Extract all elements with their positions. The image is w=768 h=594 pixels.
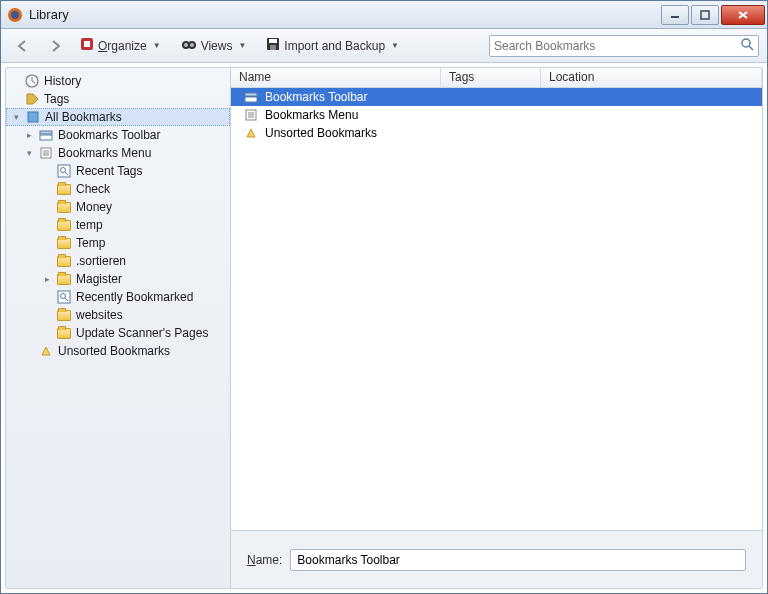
clock-icon	[24, 73, 40, 89]
views-label: Views	[201, 39, 233, 53]
tag-icon	[24, 91, 40, 107]
tree-item-unsorted[interactable]: Unsorted Bookmarks	[6, 342, 230, 360]
tree-label: All Bookmarks	[45, 110, 122, 124]
toolbar-icon	[38, 127, 54, 143]
window-title: Library	[29, 7, 659, 22]
titlebar[interactable]: Library	[1, 1, 767, 29]
svg-rect-20	[28, 112, 38, 122]
svg-rect-13	[269, 39, 277, 43]
tree-item-tags[interactable]: Tags	[6, 90, 230, 108]
tree-label: Check	[76, 182, 110, 196]
folder-icon	[56, 325, 72, 341]
folder-icon	[56, 217, 72, 233]
svg-line-19	[32, 81, 35, 83]
svg-point-15	[742, 39, 750, 47]
minimize-button[interactable]	[661, 5, 689, 25]
bookmarks-icon	[25, 109, 41, 125]
tree-item-sortieren[interactable]: .sortieren	[6, 252, 230, 270]
name-label: Name:	[247, 553, 282, 567]
expand-toggle[interactable]: ▸	[24, 130, 34, 140]
list-row-bookmarks-menu[interactable]: Bookmarks Menu	[231, 106, 762, 124]
tree-item-recent-tags[interactable]: Recent Tags	[6, 162, 230, 180]
tree-label: Temp	[76, 236, 105, 250]
tree-item-magister[interactable]: ▸Magister	[6, 270, 230, 288]
tree-item-check[interactable]: Check	[6, 180, 230, 198]
column-header-tags[interactable]: Tags	[441, 68, 541, 87]
row-label: Unsorted Bookmarks	[265, 126, 377, 140]
details-pane: Name: Name:	[231, 530, 762, 588]
tree-item-all-bookmarks[interactable]: ▾ All Bookmarks	[6, 108, 230, 126]
views-button[interactable]: Views ▼	[174, 34, 254, 58]
unsorted-icon	[243, 125, 259, 141]
column-header-location[interactable]: Location	[541, 68, 762, 87]
maximize-button[interactable]	[691, 5, 719, 25]
tree-item-bookmarks-toolbar[interactable]: ▸ Bookmarks Toolbar	[6, 126, 230, 144]
tree-label: History	[44, 74, 81, 88]
save-icon	[266, 37, 280, 54]
folder-icon	[56, 271, 72, 287]
svg-rect-27	[58, 165, 70, 177]
organize-button[interactable]: OOrganizerganize ▼	[73, 34, 168, 58]
organize-icon	[80, 37, 94, 54]
tree-label: Unsorted Bookmarks	[58, 344, 170, 358]
tree-label: Recent Tags	[76, 164, 143, 178]
svg-rect-3	[701, 11, 709, 19]
expand-toggle[interactable]: ▸	[42, 274, 52, 284]
search-box[interactable]	[489, 35, 759, 57]
folder-icon	[56, 235, 72, 251]
collapse-toggle[interactable]: ▾	[24, 148, 34, 158]
forward-button[interactable]	[41, 34, 67, 58]
list-row-bookmarks-toolbar[interactable]: Bookmarks Toolbar	[231, 88, 762, 106]
folder-icon	[56, 307, 72, 323]
svg-rect-22	[40, 135, 52, 140]
svg-line-16	[749, 46, 753, 50]
tree-label: Bookmarks Toolbar	[58, 128, 161, 142]
tree-item-recently-bookmarked[interactable]: Recently Bookmarked	[6, 288, 230, 306]
bookmarks-list[interactable]: Bookmarks Toolbar Bookmarks Menu Unsorte…	[231, 88, 762, 530]
back-button[interactable]	[9, 34, 35, 58]
svg-point-1	[11, 11, 19, 19]
close-button[interactable]	[721, 5, 765, 25]
chevron-down-icon: ▼	[391, 41, 399, 50]
svg-rect-14	[270, 45, 276, 50]
tree-item-temp-lc[interactable]: temp	[6, 216, 230, 234]
tree-label: .sortieren	[76, 254, 126, 268]
svg-rect-34	[245, 97, 257, 102]
row-label: Bookmarks Toolbar	[265, 90, 368, 104]
collapse-toggle[interactable]: ▾	[11, 112, 21, 122]
window-controls	[659, 5, 765, 25]
tree-item-bookmarks-menu[interactable]: ▾ Bookmarks Menu	[6, 144, 230, 162]
main-pane: Name Tags Location Bookmarks Toolbar Boo…	[231, 68, 762, 588]
svg-point-10	[184, 43, 188, 47]
sidebar-tree[interactable]: History Tags ▾ All Bookmarks ▸ Bookmarks…	[6, 68, 231, 588]
svg-rect-30	[58, 291, 70, 303]
menu-icon	[243, 107, 259, 123]
tree-label: Money	[76, 200, 112, 214]
tree-item-money[interactable]: Money	[6, 198, 230, 216]
library-window: Library OOrganizerganize ▼ Views ▼ Impor…	[0, 0, 768, 594]
svg-rect-33	[245, 93, 257, 96]
toolbar-icon	[243, 89, 259, 105]
import-backup-button[interactable]: Import and Backup ▼	[259, 34, 406, 58]
tree-item-temp-uc[interactable]: Temp	[6, 234, 230, 252]
row-label: Bookmarks Menu	[265, 108, 358, 122]
tree-item-websites[interactable]: websites	[6, 306, 230, 324]
list-row-unsorted[interactable]: Unsorted Bookmarks	[231, 124, 762, 142]
column-headers: Name Tags Location	[231, 68, 762, 88]
tree-item-history[interactable]: History	[6, 72, 230, 90]
name-field[interactable]	[290, 549, 746, 571]
search-input[interactable]	[494, 39, 740, 53]
firefox-icon	[7, 7, 23, 23]
column-header-name[interactable]: Name	[231, 68, 441, 87]
folder-icon	[56, 253, 72, 269]
body-area: History Tags ▾ All Bookmarks ▸ Bookmarks…	[5, 67, 763, 589]
search-icon[interactable]	[740, 37, 754, 54]
toolbar: OOrganizerganize ▼ Views ▼ Import and Ba…	[1, 29, 767, 63]
search-list-icon	[56, 163, 72, 179]
tree-item-update-scanner[interactable]: Update Scanner's Pages	[6, 324, 230, 342]
import-backup-label: Import and Backup	[284, 39, 385, 53]
chevron-down-icon: ▼	[238, 41, 246, 50]
tree-label: Magister	[76, 272, 122, 286]
tree-label: Tags	[44, 92, 69, 106]
folder-icon	[56, 181, 72, 197]
